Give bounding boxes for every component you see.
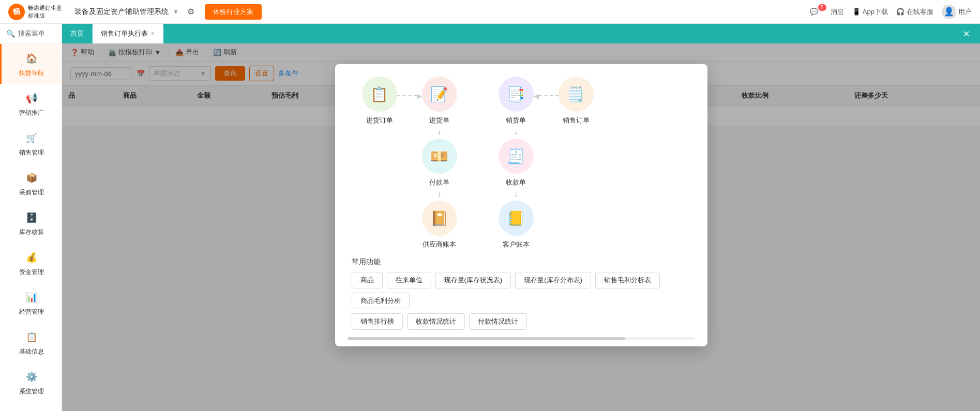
customer-account-flow-item: 📒 客户账本 — [499, 201, 534, 249]
arrow-down-payment: ↓ — [422, 189, 457, 199]
purchase-order-btn[interactable]: 📋 — [362, 77, 397, 112]
func-btn-product[interactable]: 商品 — [352, 272, 383, 288]
purchase-icon: 📦 — [23, 170, 40, 186]
system-title-area: 装备及固定资产辅助管理系统 ▼ ⚙ 体验行业方案 — [74, 4, 810, 20]
headset-icon: 🎧 — [896, 8, 904, 16]
purchase-bill-flow-item: 📝 进货单 — [422, 77, 457, 125]
purchase-bill-btn[interactable]: 📝 — [422, 77, 457, 112]
tab-bar: 首页 销售订单执行表 × ✕ — [62, 24, 980, 43]
sales-bill-flow-item: 📑 销货单 — [499, 77, 534, 125]
common-btns-row1: 商品 往来单位 现存量(库存状况表) 现存量(库存分布表) 销售毛利分析表 商品… — [352, 272, 691, 309]
search-menu-item[interactable]: 🔍 搜索菜单 — [0, 24, 62, 44]
sidebar-item-quick-nav[interactable]: 🏠 快捷导航 — [0, 44, 62, 84]
logo-icon: 畅 — [8, 4, 25, 20]
avatar: 👤 — [942, 5, 956, 19]
supplier-account-flow-item: 📔 供应商账本 — [422, 201, 457, 249]
system-title-text: 装备及固定资产辅助管理系统 — [74, 7, 169, 17]
marketing-icon: 📢 — [23, 90, 40, 106]
modal-scrollbar-thumb — [348, 337, 626, 340]
close-all-button[interactable]: ✕ — [959, 27, 974, 41]
sidebar-item-inventory[interactable]: 🗄️ 库存核算 — [0, 203, 62, 243]
sales-order-flow-item: 🗒️ 销售订单 — [559, 77, 594, 125]
purchase-order-flow-item: 📋 进货订单 — [362, 77, 397, 125]
func-btn-receipt-stats[interactable]: 收款情况统计 — [407, 313, 465, 330]
search-icon: 🔍 — [6, 29, 15, 38]
basic-info-icon: 📋 — [23, 329, 40, 345]
sales-bill-btn[interactable]: 📑 — [499, 77, 534, 112]
settings-icon[interactable]: ⚙ — [187, 7, 194, 17]
sidebar-item-enterprise[interactable]: 🤝 企业协同 — [0, 402, 62, 411]
home-icon: 🏠 — [23, 50, 40, 67]
common-btns-row2: 销售排行榜 收款情况统计 付款情况统计 — [352, 313, 691, 330]
sales-icon: 🛒 — [23, 130, 40, 146]
sidebar-item-operations[interactable]: 📊 经营管理 — [0, 283, 62, 323]
inventory-icon: 🗄️ — [23, 209, 40, 226]
sidebar-item-marketing[interactable]: 📢 营销推广 — [0, 84, 62, 124]
customer-account-btn[interactable]: 📒 — [499, 201, 534, 236]
logo-area: 畅 畅康通好生意 标准版 — [8, 4, 70, 20]
sidebar: 🔍 搜索菜单 🏠 快捷导航 📢 营销推广 🛒 销售管理 📦 采购管理 🗄️ 库存… — [0, 24, 62, 411]
sidebar-item-system[interactable]: ⚙️ 系统管理 — [0, 362, 62, 402]
arrow-left-1: ◀ — [534, 92, 559, 110]
sidebar-item-basic-info[interactable]: 📋 基础信息 — [0, 323, 62, 362]
func-btn-partner[interactable]: 往来单位 — [387, 272, 431, 288]
modal-content: 📋 进货订单 ▶ 📝 — [335, 64, 707, 346]
arrow-right-1: ▶ — [397, 92, 422, 110]
dropdown-arrow-icon[interactable]: ▼ — [173, 8, 179, 16]
func-btn-stock-status[interactable]: 现存量(库存状况表) — [435, 272, 511, 288]
arrow-down-receipt: ↓ — [499, 189, 534, 199]
payment-voucher-flow-item: 💴 付款单 — [422, 139, 457, 187]
message-icon: 💬 — [810, 8, 818, 16]
phone-icon: 📱 — [852, 8, 861, 16]
trial-button[interactable]: 体验行业方案 — [205, 4, 262, 20]
receipt-voucher-btn[interactable]: 🧾 — [499, 139, 534, 174]
arrow-down-purchase: ↓ — [422, 127, 457, 136]
messages-badge: 5 — [818, 4, 826, 11]
func-btn-stock-dist[interactable]: 现存量(库存分布表) — [515, 272, 591, 288]
common-title: 常用功能 — [352, 257, 691, 267]
top-right: 💬 5 消息 📱 App下载 🎧 在线客服 👤 用户 — [810, 5, 972, 19]
modal-scrollbar[interactable] — [348, 337, 695, 340]
tab-home[interactable]: 首页 — [62, 24, 93, 43]
finance-icon: 💰 — [23, 249, 40, 266]
sales-order-btn[interactable]: 🗒️ — [559, 77, 594, 112]
logo-text: 畅康通好生意 标准版 — [28, 4, 62, 19]
messages-btn[interactable]: 💬 5 消息 — [810, 7, 844, 17]
sidebar-item-sales[interactable]: 🛒 销售管理 — [0, 124, 62, 163]
sidebar-item-finance[interactable]: 💰 资金管理 — [0, 243, 62, 283]
supplier-account-btn[interactable]: 📔 — [422, 201, 457, 236]
modal-overlay[interactable]: 📋 进货订单 ▶ 📝 — [62, 43, 980, 411]
func-btn-sales-gross[interactable]: 销售毛利分析表 — [595, 272, 660, 288]
system-icon: ⚙️ — [23, 369, 40, 385]
func-btn-product-gross[interactable]: 商品毛利分析 — [352, 293, 410, 309]
func-btn-sales-rank[interactable]: 销售排行榜 — [352, 313, 403, 330]
sidebar-item-purchase[interactable]: 📦 采购管理 — [0, 163, 62, 203]
online-service-btn[interactable]: 🎧 在线客服 — [896, 7, 933, 17]
func-btn-payment-stats[interactable]: 付款情况统计 — [469, 313, 527, 330]
main-layout: 🔍 搜索菜单 🏠 快捷导航 📢 营销推广 🛒 销售管理 📦 采购管理 🗄️ 库存… — [0, 24, 980, 411]
page-content: ❓ 帮助 | 🖨️ 按模板打印 ▼ | 📤 导出 | 🔄 刷新 — [62, 43, 980, 411]
tab-sales-order[interactable]: 销售订单执行表 × — [93, 24, 163, 43]
common-section: 常用功能 商品 往来单位 现存量(库存状况表) 现存量(库存分布表) 销售毛利分… — [352, 257, 691, 330]
tab-bar-right: ✕ — [959, 27, 980, 41]
arrow-down-sales: ↓ — [499, 127, 534, 136]
content-area: 首页 销售订单执行表 × ✕ ❓ 帮助 | 🖨️ 按模板打印 — [62, 24, 980, 411]
operations-icon: 📊 — [23, 289, 40, 306]
receipt-voucher-flow-item: 🧾 收款单 — [499, 139, 534, 187]
tab-close-icon[interactable]: × — [151, 30, 155, 37]
top-bar: 畅 畅康通好生意 标准版 装备及固定资产辅助管理系统 ▼ ⚙ 体验行业方案 💬 … — [0, 0, 980, 24]
app-download-btn[interactable]: 📱 App下载 — [852, 7, 888, 17]
enterprise-icon: 🤝 — [23, 408, 40, 411]
user-btn[interactable]: 👤 用户 — [942, 5, 972, 19]
payment-voucher-btn[interactable]: 💴 — [422, 139, 457, 174]
